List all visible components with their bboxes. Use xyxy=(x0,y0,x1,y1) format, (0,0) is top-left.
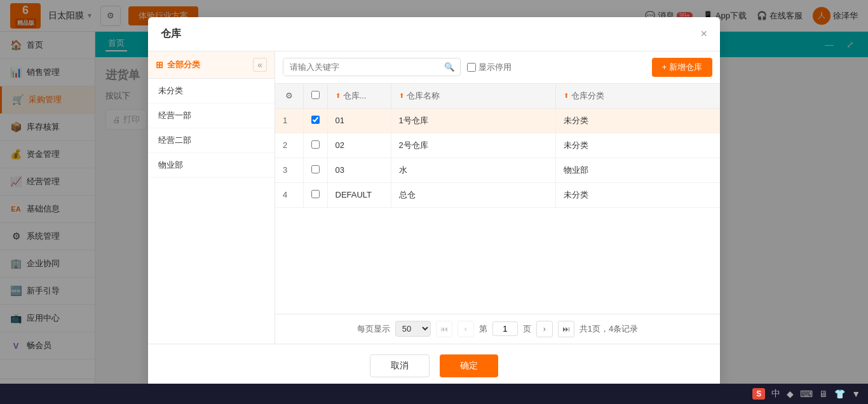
category-all-label: 全部分类 xyxy=(167,59,200,71)
pagination: 每页显示 50 100 200 ⏮ ‹ 第 页 › ⏭ 共1页，4条记录 xyxy=(275,314,720,344)
category-header: ⊞ 全部分类 « xyxy=(148,51,275,79)
td-code: 02 xyxy=(327,133,391,158)
sort-cat-icon: ⬆ xyxy=(564,92,569,99)
td-category: 未分类 xyxy=(556,133,720,158)
category-label-property: 物业部 xyxy=(158,160,183,170)
th-category-label: 仓库分类 xyxy=(571,90,604,102)
page-unit: 页 xyxy=(523,323,531,335)
data-table: ⚙ ⬆ 仓库... xyxy=(275,84,720,314)
category-item-unclassified[interactable]: 未分类 xyxy=(148,79,275,104)
per-page-label: 每页显示 xyxy=(357,323,390,335)
category-label-unclassified: 未分类 xyxy=(158,86,183,95)
th-checkbox xyxy=(303,84,327,109)
row-checkbox[interactable] xyxy=(311,116,320,124)
search-button[interactable]: 🔍 xyxy=(439,58,460,76)
modal-header: 仓库 × xyxy=(148,17,720,51)
settings-col-icon: ⚙ xyxy=(285,91,293,100)
td-name: 2号仓库 xyxy=(391,133,556,158)
last-page-button[interactable]: ⏭ xyxy=(558,321,574,337)
td-check xyxy=(303,158,327,182)
modal-overlay: 仓库 × ⊞ 全部分类 « 未分类 经营一部 xyxy=(0,0,868,404)
row-checkbox[interactable] xyxy=(311,140,320,149)
td-code: 03 xyxy=(327,158,391,182)
total-info: 共1页，4条记录 xyxy=(580,323,638,335)
modal-body: ⊞ 全部分类 « 未分类 经营一部 经营二部 物业部 xyxy=(148,51,720,344)
category-item-property[interactable]: 物业部 xyxy=(148,153,275,178)
statusbar-icon-dot: ◆ xyxy=(787,389,794,399)
page-label: 第 xyxy=(479,323,487,335)
arrow-down-icon: ▼ xyxy=(851,389,860,399)
next-page-button[interactable]: › xyxy=(536,321,553,337)
category-label-ops1: 经营一部 xyxy=(158,111,191,120)
modal-close-button[interactable]: × xyxy=(700,27,707,41)
table-row[interactable]: 4 DEFAULT 总仓 未分类 xyxy=(275,182,720,207)
td-name: 水 xyxy=(391,158,556,182)
show-disabled-text: 显示停用 xyxy=(478,62,512,73)
show-disabled-checkbox[interactable] xyxy=(467,63,476,72)
th-name-label: 仓库名称 xyxy=(407,90,440,102)
monitor-icon: 🖥 xyxy=(819,389,828,399)
search-input[interactable] xyxy=(283,58,439,76)
category-collapse-button[interactable]: « xyxy=(253,58,267,72)
category-panel: ⊞ 全部分类 « 未分类 经营一部 经营二部 物业部 xyxy=(148,51,275,344)
table-row[interactable]: 1 01 1号仓库 未分类 xyxy=(275,108,720,133)
th-settings[interactable]: ⚙ xyxy=(275,84,303,109)
td-name: 总仓 xyxy=(391,182,556,207)
warehouse-modal: 仓库 × ⊞ 全部分类 « 未分类 经营一部 xyxy=(148,17,720,387)
td-code: 01 xyxy=(327,108,391,133)
select-all-checkbox[interactable] xyxy=(311,91,320,99)
page-input[interactable] xyxy=(492,321,518,336)
prev-page-button[interactable]: ‹ xyxy=(458,321,474,337)
category-item-ops1[interactable]: 经营一部 xyxy=(148,104,275,128)
td-name: 1号仓库 xyxy=(391,108,556,133)
statusbar: S 中 ◆ ⌨ 🖥 👕 ▼ xyxy=(0,384,868,404)
statusbar-logo: S xyxy=(752,388,765,400)
row-checkbox[interactable] xyxy=(311,190,320,198)
td-code: DEFAULT xyxy=(327,182,391,207)
td-num: 1 xyxy=(275,108,303,133)
sort-icon: ⬆ xyxy=(336,92,341,99)
show-disabled-label: 显示停用 xyxy=(467,62,512,73)
table-row[interactable]: 2 02 2号仓库 未分类 xyxy=(275,133,720,158)
statusbar-icon-zh: 中 xyxy=(771,388,780,400)
th-category[interactable]: ⬆ 仓库分类 xyxy=(556,84,720,109)
keyboard-icon: ⌨ xyxy=(800,389,813,399)
per-page-select[interactable]: 50 100 200 xyxy=(395,321,431,337)
td-check xyxy=(303,108,327,133)
modal-footer: 取消 确定 xyxy=(148,344,720,387)
search-box: 🔍 xyxy=(283,58,461,76)
th-code[interactable]: ⬆ 仓库... xyxy=(327,84,391,109)
td-category: 未分类 xyxy=(556,108,720,133)
table-body: 1 01 1号仓库 未分类 2 02 2号仓库 未分类 3 03 水 物业部 4… xyxy=(275,108,720,207)
td-category: 物业部 xyxy=(556,158,720,182)
modal-title: 仓库 xyxy=(161,27,181,41)
td-check xyxy=(303,133,327,158)
table-toolbar: 🔍 显示停用 + 新增仓库 xyxy=(275,51,720,84)
td-num: 3 xyxy=(275,158,303,182)
th-code-label: 仓库... xyxy=(343,90,367,102)
td-category: 未分类 xyxy=(556,182,720,207)
warehouse-table: ⚙ ⬆ 仓库... xyxy=(275,84,720,208)
table-header-row: ⚙ ⬆ 仓库... xyxy=(275,84,720,109)
category-item-ops2[interactable]: 经营二部 xyxy=(148,128,275,153)
sort-name-icon: ⬆ xyxy=(399,92,404,99)
table-row[interactable]: 3 03 水 物业部 xyxy=(275,158,720,182)
td-num: 4 xyxy=(275,182,303,207)
first-page-button[interactable]: ⏮ xyxy=(436,321,452,337)
td-num: 2 xyxy=(275,133,303,158)
category-label-ops2: 经营二部 xyxy=(158,135,191,145)
shirt-icon: 👕 xyxy=(834,389,845,399)
th-name[interactable]: ⬆ 仓库名称 xyxy=(391,84,556,109)
add-warehouse-button[interactable]: + 新增仓库 xyxy=(652,58,712,77)
search-icon: 🔍 xyxy=(444,62,455,72)
grid-icon: ⊞ xyxy=(156,60,163,70)
cancel-button[interactable]: 取消 xyxy=(370,354,430,377)
category-all[interactable]: ⊞ 全部分类 xyxy=(156,59,200,71)
td-check xyxy=(303,182,327,207)
row-checkbox[interactable] xyxy=(311,165,320,173)
table-panel: 🔍 显示停用 + 新增仓库 ⚙ xyxy=(275,51,720,344)
confirm-button[interactable]: 确定 xyxy=(440,354,498,377)
